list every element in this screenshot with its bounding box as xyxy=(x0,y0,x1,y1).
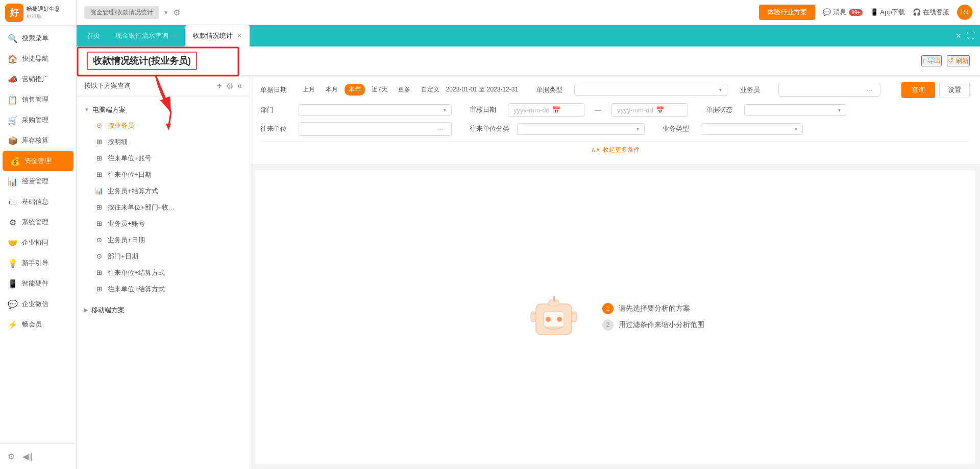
tree-item-partner-settle1[interactable]: ⊞ 往来单位+结算方式 xyxy=(77,265,250,281)
tree-item-label: 往来单位+日期 xyxy=(108,170,152,179)
sidebar-item-system[interactable]: ⚙ 系统管理 xyxy=(0,212,76,232)
voucher-type-dropdown-icon: ▾ xyxy=(719,87,722,92)
staff-account-icon: ⊞ xyxy=(94,219,104,228)
dept-select[interactable]: ▾ xyxy=(299,104,452,116)
sidebar-item-operation[interactable]: 📊 经营管理 xyxy=(0,171,76,192)
audit-date-end-placeholder: yyyy-mm-dd xyxy=(617,106,653,114)
staff-label: 业务员 xyxy=(740,85,771,95)
tab-expand-icon[interactable]: ⛶ xyxy=(967,31,975,40)
scheme-settings-button[interactable]: ⚙ xyxy=(226,81,233,91)
tab-home[interactable]: 首页 xyxy=(79,31,108,40)
tree-item-staff-account[interactable]: ⊞ 业务员+账号 xyxy=(77,216,250,232)
export-icon: ↑ xyxy=(922,57,926,64)
tree-item-label: 部门+日期 xyxy=(108,252,138,261)
collapse-panel-button[interactable]: « xyxy=(237,81,242,90)
tab-collection-close[interactable]: ✕ xyxy=(237,32,242,39)
audit-date-start-input[interactable]: yyyy-mm-dd 📅 xyxy=(508,103,584,117)
sidebar-item-enterprise[interactable]: 🤝 企业协同 xyxy=(0,232,76,253)
voucher-type-select[interactable]: ▾ xyxy=(574,84,727,96)
tree-group-desktop-title[interactable]: ▼ 电脑端方案 xyxy=(77,102,250,118)
notification-badge: 99+ xyxy=(849,9,863,16)
settings-header-icon[interactable]: ⚙ xyxy=(173,8,180,17)
date-tab-last-7-days[interactable]: 近7天 xyxy=(368,84,391,96)
tab-collection[interactable]: 收款情况统计 ✕ xyxy=(185,25,250,46)
notification-icon[interactable]: 💬 消息 99+ xyxy=(823,8,863,17)
business-type-select[interactable]: ▾ xyxy=(701,123,803,135)
add-scheme-button[interactable]: + xyxy=(217,81,223,91)
voucher-type-label: 单据类型 xyxy=(536,85,567,95)
tree-item-dept-date[interactable]: ⊙ 部门+日期 xyxy=(77,248,250,265)
group-label: 电脑端方案 xyxy=(92,105,126,114)
tree-item-by-detail[interactable]: ⊞ 按明细 xyxy=(77,134,250,150)
tree-item-partner-account[interactable]: ⊞ 往来单位+账号 xyxy=(77,150,250,167)
logo-badge: 标准版 xyxy=(27,13,60,20)
collapse-sidebar-icon[interactable]: ◀‖ xyxy=(22,452,33,461)
breadcrumb: 资金管理/收款情况统计 xyxy=(84,6,159,19)
tree-item-label: 按业务员 xyxy=(108,121,134,130)
refresh-button[interactable]: ↺ 刷新 xyxy=(947,55,970,66)
query-button[interactable]: 查询 xyxy=(901,82,935,98)
date-tab-custom[interactable]: 自定义 xyxy=(417,84,444,96)
sidebar-item-basic[interactable]: 🗃 基础信息 xyxy=(0,192,76,212)
collapse-filter-button[interactable]: ∧∧ 收起更多条件 xyxy=(260,141,970,158)
voucher-status-label: 单据状态 xyxy=(706,105,737,114)
settings-button[interactable]: 设置 xyxy=(939,82,970,98)
tree-item-label: 按明细 xyxy=(108,137,128,147)
sidebar-item-label: 企业微信 xyxy=(22,299,48,309)
dept-dropdown-icon: ▾ xyxy=(444,107,446,113)
export-button[interactable]: ↑ 导出 xyxy=(921,55,942,66)
avatar[interactable]: Rit xyxy=(957,5,972,20)
tree-item-label: 往来单位+账号 xyxy=(108,154,152,163)
sidebar-item-sales[interactable]: 📋 销售管理 xyxy=(0,89,76,110)
online-service-icon[interactable]: 🎧 在线客服 xyxy=(913,8,949,17)
partner-select[interactable]: ··· xyxy=(299,122,452,136)
date-tab-more[interactable]: 更多 xyxy=(394,84,414,96)
collapse-up-icon: ∧∧ xyxy=(591,146,600,153)
date-tab-last-month[interactable]: 上月 xyxy=(299,84,319,96)
settings-bottom-icon[interactable]: ⚙ xyxy=(8,452,15,461)
app-download-icon[interactable]: 📱 App下载 xyxy=(870,8,905,17)
tab-collection-label: 收款情况统计 xyxy=(193,31,233,40)
right-content: 单据日期 上月 本月 本年 近7天 更多 自定义 2023-01-01 至 20… xyxy=(250,76,980,469)
audit-date-end-input[interactable]: yyyy-mm-dd 📅 xyxy=(611,103,688,117)
sidebar-item-quick-nav[interactable]: 🏠 快捷导航 xyxy=(0,49,76,69)
wechat-icon: 💬 xyxy=(8,299,18,309)
sidebar-item-search-menu[interactable]: 🔍 搜索菜单 xyxy=(0,28,76,49)
tab-bank-flow-close[interactable]: ✕ xyxy=(173,32,178,39)
sidebar-item-guide[interactable]: 💡 新手引导 xyxy=(0,253,76,273)
stock-icon: 📦 xyxy=(8,135,18,146)
page-title: 收款情况统计(按业务员) xyxy=(87,52,197,70)
tab-bank-flow[interactable]: 现金银行流水查询 ✕ xyxy=(108,25,185,46)
sidebar-item-label: 企业协同 xyxy=(22,238,48,247)
partner-category-select[interactable]: ▾ xyxy=(517,123,645,135)
staff-select[interactable]: ··· xyxy=(778,83,880,97)
tree-item-partner-date[interactable]: ⊞ 往来单位+日期 xyxy=(77,167,250,183)
date-tab-this-year[interactable]: 本年 xyxy=(345,84,365,96)
sidebar-item-stock[interactable]: 📦 库存核算 xyxy=(0,130,76,151)
sidebar-item-wechat[interactable]: 💬 企业微信 xyxy=(0,294,76,314)
sidebar-item-finance[interactable]: 💰 资金管理 xyxy=(3,151,74,171)
sidebar-item-member[interactable]: ⚡ 畅会员 xyxy=(0,314,76,335)
sidebar-item-purchase[interactable]: 🛒 采购管理 xyxy=(0,110,76,130)
empty-area: 1 请先选择要分析的方案 2 用过滤条件来缩小分析范围 xyxy=(255,170,975,464)
tree-item-staff-settle[interactable]: 📊 业务员+结算方式 xyxy=(77,183,250,199)
voucher-status-select[interactable]: ▾ xyxy=(744,104,846,116)
tree-item-label: 按往来单位+部门+收... xyxy=(108,203,174,212)
breadcrumb-dropdown-icon[interactable]: ▾ xyxy=(164,9,168,16)
group-label: 移动端方案 xyxy=(91,306,125,315)
partner-dots-icon[interactable]: ··· xyxy=(438,125,444,133)
tree-item-by-staff[interactable]: ⊙ 按业务员 xyxy=(77,118,250,134)
tree-item-partner-settle2[interactable]: ⊞ 往来单位+结算方式 xyxy=(77,281,250,297)
partner-date-icon: ⊞ xyxy=(94,170,104,179)
sidebar-item-marketing[interactable]: 📣 营销推广 xyxy=(0,69,76,89)
sidebar-item-hardware[interactable]: 📱 智能硬件 xyxy=(0,273,76,294)
system-icon: ⚙ xyxy=(8,217,18,227)
trial-plan-button[interactable]: 体验行业方案 xyxy=(759,5,815,20)
date-tab-this-month[interactable]: 本月 xyxy=(322,84,342,96)
tree-item-staff-date[interactable]: ⊙ 业务员+日期 xyxy=(77,232,250,248)
tree-item-partner-dept[interactable]: ⊞ 按往来单位+部门+收... xyxy=(77,199,250,216)
tree-group-mobile-title[interactable]: ▶ 移动端方案 xyxy=(77,302,250,318)
tree-item-label: 业务员+日期 xyxy=(108,236,145,245)
tab-close-all-icon[interactable]: ✕ xyxy=(955,32,962,40)
staff-dots-icon[interactable]: ··· xyxy=(867,86,872,93)
